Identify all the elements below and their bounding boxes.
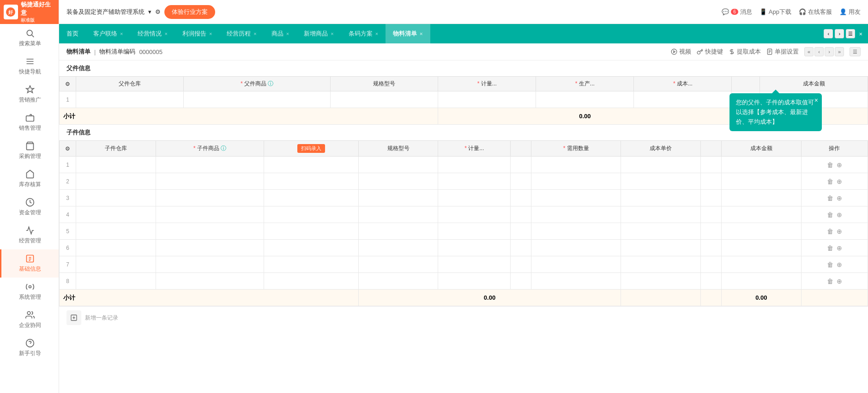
- tab-history[interactable]: 经营历程 ×: [219, 24, 264, 43]
- child-cell-qty-1[interactable]: [531, 157, 621, 173]
- message-item[interactable]: 💬 6 消息: [722, 8, 752, 16]
- delete-icon-3[interactable]: 🗑: [827, 194, 833, 202]
- sidebar-item-nav[interactable]: 快捷导航: [0, 52, 59, 80]
- parent-col-amount: 成本金额: [760, 77, 868, 91]
- gear-icon[interactable]: ⚙: [155, 8, 161, 15]
- sidebar-item-system[interactable]: 系统管理: [0, 278, 59, 306]
- child-cell-ucost-1[interactable]: [621, 157, 701, 173]
- svg-line-3: [32, 35, 34, 37]
- copy-icon-1[interactable]: ⊕: [837, 161, 842, 169]
- page-nav-buttons: « ‹ › »: [804, 47, 844, 56]
- sidebar-item-guide[interactable]: 新手引导: [0, 334, 59, 362]
- child-row-num-5: 5: [60, 223, 76, 240]
- sidebar-item-finance[interactable]: 资金管理: [0, 193, 59, 221]
- parent-cell-cost-1[interactable]: [634, 91, 732, 108]
- sidebar-item-collab[interactable]: 企业协同: [0, 306, 59, 334]
- sidebar-item-info[interactable]: 基础信息: [0, 249, 59, 278]
- nav-menu-btn[interactable]: ☰: [846, 29, 855, 38]
- tab-profit[interactable]: 利润报告 ×: [175, 24, 219, 43]
- breadcrumb-actions: 视频 快捷键 提取成本 单据设置 « ‹ › »: [671, 47, 861, 56]
- topbar-left: 装备及固定资产辅助管理系统 ▾ ⚙ 体验行业方案: [66, 5, 215, 19]
- tab-profit-close[interactable]: ×: [209, 31, 212, 36]
- child-cell-wh-1[interactable]: [76, 157, 156, 173]
- tab-new-goods-close[interactable]: ×: [331, 31, 333, 36]
- tab-bom[interactable]: 物料清单 ×: [386, 24, 430, 43]
- child-cell-action-5: 🗑 ⊕: [801, 223, 868, 240]
- child-col-scan[interactable]: 扫码录入: [264, 141, 358, 157]
- child-row-7: 7 🗑 ⊕: [60, 256, 868, 273]
- copy-icon-7[interactable]: ⊕: [837, 261, 842, 268]
- delete-icon-7[interactable]: 🗑: [827, 261, 833, 268]
- sidebar-item-search[interactable]: 搜索菜单: [0, 24, 59, 52]
- child-cell-spec-1[interactable]: [358, 157, 438, 173]
- grid-view-btn[interactable]: ☰: [850, 47, 861, 56]
- nav-prev-btn[interactable]: ‹: [824, 29, 833, 38]
- tab-customer-close[interactable]: ×: [120, 31, 123, 36]
- svg-point-15: [671, 49, 677, 54]
- page-next-btn[interactable]: ›: [825, 47, 834, 56]
- copy-icon-4[interactable]: ⊕: [837, 211, 842, 218]
- online-service-item[interactable]: 🎧 在线客服: [799, 8, 832, 16]
- child-cell-wh-2[interactable]: [76, 173, 156, 190]
- delete-icon-6[interactable]: 🗑: [827, 244, 833, 252]
- user-item[interactable]: 👤 用友: [839, 8, 861, 16]
- copy-icon-6[interactable]: ⊕: [837, 244, 842, 252]
- copy-icon-8[interactable]: ⊕: [837, 278, 842, 285]
- single-settings-action[interactable]: 单据设置: [766, 48, 799, 56]
- child-row-5: 5 🗑 ⊕: [60, 223, 868, 240]
- child-cell-unit-1[interactable]: [438, 157, 511, 173]
- nav-close-all[interactable]: ×: [857, 30, 864, 37]
- page-first-btn[interactable]: «: [804, 47, 814, 56]
- tooltip-close-btn[interactable]: ×: [814, 95, 818, 105]
- delete-icon-4[interactable]: 🗑: [827, 211, 833, 218]
- child-cell-goods-2[interactable]: [156, 173, 264, 190]
- parent-cell-production-1[interactable]: [536, 91, 634, 108]
- extract-cost-action[interactable]: 提取成本: [729, 48, 761, 56]
- parent-cell-spec-1[interactable]: [330, 91, 438, 108]
- breadcrumb-item1[interactable]: 物料清单: [66, 48, 90, 56]
- sidebar-item-operation[interactable]: 经营管理: [0, 221, 59, 249]
- tab-new-goods[interactable]: 新增商品 ×: [296, 24, 341, 43]
- sidebar-item-purchase[interactable]: 采购管理: [0, 137, 59, 165]
- child-col-extra2: [700, 141, 721, 157]
- tab-goods[interactable]: 商品 ×: [264, 24, 296, 43]
- parent-cell-unit-1[interactable]: [438, 91, 536, 108]
- copy-icon-3[interactable]: ⊕: [837, 194, 842, 202]
- delete-icon-8[interactable]: 🗑: [827, 278, 833, 285]
- tab-home[interactable]: 首页: [59, 24, 86, 43]
- page-last-btn[interactable]: »: [835, 47, 844, 56]
- tab-operation[interactable]: 经营情况 ×: [130, 24, 175, 43]
- user-icon: 👤: [839, 8, 847, 15]
- parent-col-gear[interactable]: ⚙: [60, 77, 76, 91]
- copy-icon-5[interactable]: ⊕: [837, 228, 842, 235]
- nav-next-btn[interactable]: ›: [835, 29, 844, 38]
- sidebar-item-marketing[interactable]: 营销推广: [0, 80, 59, 109]
- page-prev-btn[interactable]: ‹: [814, 47, 824, 56]
- child-cell-goods-1[interactable]: [156, 157, 264, 173]
- sidebar-item-sales[interactable]: 销售管理: [0, 109, 59, 137]
- parent-cell-goods-1[interactable]: [184, 91, 330, 108]
- app-download-item[interactable]: 📱 App下载: [760, 8, 791, 16]
- tab-history-close[interactable]: ×: [253, 31, 256, 36]
- add-row-icon[interactable]: [66, 310, 81, 325]
- trial-button[interactable]: 体验行业方案: [164, 5, 215, 19]
- tab-barcode-close[interactable]: ×: [375, 31, 378, 36]
- scan-button[interactable]: 扫码录入: [297, 144, 325, 153]
- delete-icon-5[interactable]: 🗑: [827, 228, 833, 235]
- child-row-6: 6 🗑 ⊕: [60, 240, 868, 256]
- child-cell-action-8: 🗑 ⊕: [801, 273, 868, 290]
- parent-cell-warehouse-1[interactable]: [76, 91, 184, 108]
- delete-icon-2[interactable]: 🗑: [827, 178, 833, 185]
- sidebar-item-inventory[interactable]: 库存核算: [0, 165, 59, 193]
- view-action[interactable]: 视频: [671, 48, 691, 56]
- tab-customer[interactable]: 客户联络 ×: [86, 24, 130, 43]
- delete-icon-1[interactable]: 🗑: [827, 161, 833, 169]
- child-col-gear[interactable]: ⚙: [60, 141, 76, 157]
- tab-operation-close[interactable]: ×: [164, 31, 167, 36]
- tab-goods-close[interactable]: ×: [286, 31, 289, 36]
- shortcut-action[interactable]: 快捷键: [697, 48, 723, 56]
- tab-bom-close[interactable]: ×: [420, 31, 422, 36]
- copy-icon-2[interactable]: ⊕: [837, 178, 842, 185]
- dropdown-icon[interactable]: ▾: [148, 8, 151, 15]
- tab-barcode[interactable]: 条码方案 ×: [341, 24, 386, 43]
